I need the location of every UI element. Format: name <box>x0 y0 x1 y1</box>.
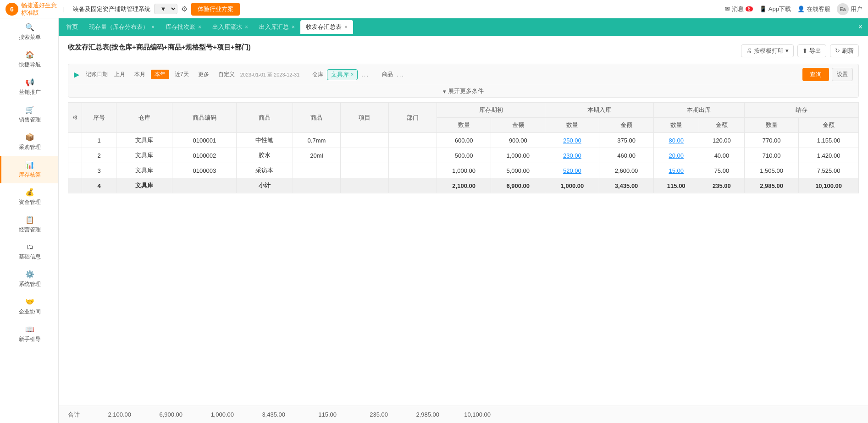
sidebar-item-system[interactable]: ⚙️ 系统管理 <box>0 265 58 293</box>
date-btn-last7[interactable]: 近7天 <box>171 70 193 79</box>
td-out-qty[interactable]: 20.00 <box>653 148 699 163</box>
td-out-amt: 40.00 <box>699 148 744 163</box>
tab-home[interactable]: 首页 <box>61 20 83 34</box>
td-department <box>389 133 437 148</box>
tab-inout-summary-label: 出入库汇总 <box>259 23 289 31</box>
goods-filter-label: 商品 <box>382 71 393 78</box>
tab-inventory-dist[interactable]: 现存量（库存分布表） × <box>83 20 160 34</box>
td-balance-amt: 1,420.00 <box>799 148 859 163</box>
td-balance-qty: 770.00 <box>745 133 799 148</box>
table-row: 1文具库0100001中性笔0.7mm600.00900.00250.00375… <box>68 133 859 148</box>
sidebar-label-system: 系统管理 <box>19 280 41 288</box>
date-btn-this-month[interactable]: 本月 <box>131 70 149 79</box>
sidebar-item-search[interactable]: 🔍 搜索菜单 <box>0 18 58 46</box>
sidebar-item-sales[interactable]: 🛒 销售管理 <box>0 101 58 128</box>
td-no: 1 <box>82 133 116 148</box>
tab-inout-flow[interactable]: 出入库流水 × <box>207 20 254 34</box>
app-download-item[interactable]: 📱 App下载 <box>759 5 791 13</box>
th-goods-spec: 商品 <box>293 103 341 133</box>
td-in-qty[interactable]: 250.00 <box>545 133 599 148</box>
sidebar-label-inventory: 库存核算 <box>19 171 41 179</box>
sidebar-item-quicknav[interactable]: 🏠 快捷导航 <box>0 46 58 73</box>
tab-close-icon[interactable]: × <box>344 24 348 30</box>
date-btn-last-month[interactable]: 上月 <box>111 70 129 79</box>
print-button[interactable]: 🖨 按模板打印 ▾ <box>741 44 794 57</box>
export-button[interactable]: ⬆ 导出 <box>797 44 826 57</box>
footer-opening-amt: 6,900.00 <box>146 411 182 418</box>
tab-bar-close-icon[interactable]: × <box>855 21 866 33</box>
sidebar-item-guide[interactable]: 📖 新手引导 <box>0 320 58 348</box>
td-out-qty[interactable]: 80.00 <box>653 133 699 148</box>
td-project <box>341 133 389 148</box>
tab-recv-send-summary[interactable]: 收发存汇总表 × <box>300 20 353 34</box>
tab-close-icon[interactable]: × <box>198 24 201 30</box>
td-warehouse: 文具库 <box>116 178 172 193</box>
sidebar-item-finance[interactable]: 💰 资金管理 <box>0 183 58 211</box>
logo-text: 畅捷通好生意 标准版 <box>21 2 57 16</box>
td-in-qty[interactable]: 230.00 <box>545 148 599 163</box>
goods-more-dots[interactable]: ... <box>397 71 404 78</box>
settings-icon[interactable]: ⚙ <box>181 5 188 13</box>
sidebar-label-purchase: 采购管理 <box>19 143 41 151</box>
sidebar-item-enterprise[interactable]: 🤝 企业协同 <box>0 293 58 320</box>
sidebar-label-finance: 资金管理 <box>19 198 41 206</box>
query-button[interactable]: 查询 <box>802 68 829 81</box>
search-icon: 🔍 <box>25 23 34 32</box>
td-in-qty[interactable]: 520.00 <box>545 163 599 178</box>
td-warehouse: 文具库 <box>116 148 172 163</box>
print-icon: 🖨 <box>746 47 752 54</box>
td-balance-amt: 1,155.00 <box>799 133 859 148</box>
tab-close-icon[interactable]: × <box>292 24 295 30</box>
date-btn-this-year[interactable]: 本年 <box>151 70 169 79</box>
online-service-item[interactable]: 👤 在线客服 <box>797 5 830 13</box>
warehouse-tag-close[interactable]: × <box>351 72 354 77</box>
td-opening-qty: 1,000.00 <box>437 163 491 178</box>
date-btn-more[interactable]: 更多 <box>194 70 213 79</box>
system-selector[interactable]: ▼ <box>154 4 177 14</box>
td-goods-spec <box>293 178 341 193</box>
sidebar-item-purchase[interactable]: 📦 采购管理 <box>0 128 58 156</box>
print-chevron: ▾ <box>785 47 789 54</box>
tab-inout-summary[interactable]: 出入库汇总 × <box>254 20 300 34</box>
sidebar-item-basicinfo[interactable]: 🗂 基础信息 <box>0 238 58 265</box>
settings-button[interactable]: 设置 <box>832 68 853 81</box>
td-out-qty[interactable]: 115.00 <box>653 178 699 193</box>
warehouse-tag[interactable]: 文具库 × <box>327 69 358 80</box>
sidebar-item-marketing[interactable]: 📢 营销推广 <box>0 73 58 101</box>
user-item[interactable]: Ea 用户 <box>837 3 862 15</box>
refresh-button[interactable]: ↻ 刷新 <box>830 44 859 57</box>
trial-button[interactable]: 体验行业方案 <box>191 3 240 16</box>
td-settings <box>68 178 82 193</box>
sidebar-item-inventory[interactable]: 📊 库存核算 <box>0 156 58 183</box>
td-out-amt: 235.00 <box>699 178 744 193</box>
tab-close-icon[interactable]: × <box>245 24 248 30</box>
warehouse-more-dots[interactable]: ... <box>361 71 369 78</box>
user-avatar: Ea <box>837 3 849 15</box>
sidebar-item-operations[interactable]: 📋 经营管理 <box>0 211 58 238</box>
sidebar-label-basicinfo: 基础信息 <box>19 253 41 261</box>
th-in-amt: 金额 <box>599 118 653 133</box>
th-settings[interactable]: ⚙ <box>68 103 82 133</box>
td-in-qty[interactable]: 1,000.00 <box>545 178 599 193</box>
header-right: ✉ 消息 6 📱 App下载 👤 在线客服 Ea 用户 <box>725 3 862 15</box>
footer-out-amt: 235.00 <box>351 411 388 418</box>
date-range: 2023-01-01 至 2023-12-31 <box>240 71 300 78</box>
th-group-balance: 结存 <box>745 103 859 118</box>
messages-item[interactable]: ✉ 消息 6 <box>725 5 753 13</box>
td-goods-spec <box>293 163 341 178</box>
system-icon: ⚙️ <box>25 270 34 279</box>
td-out-qty[interactable]: 15.00 <box>653 163 699 178</box>
date-btn-custom[interactable]: 自定义 <box>215 70 238 79</box>
page-footer: 合计 2,100.00 6,900.00 1,000.00 3,435.00 1… <box>59 406 868 423</box>
expand-conditions-button[interactable]: ▾ 展开更多条件 <box>443 87 484 95</box>
footer-balance-qty: 2,985.00 <box>403 411 439 418</box>
tab-inout-flow-label: 出入库流水 <box>212 23 242 31</box>
header-actions: 🖨 按模板打印 ▾ ⬆ 导出 ↻ 刷新 <box>741 44 859 57</box>
filter-toggle-icon[interactable]: ▶ <box>74 70 79 79</box>
tab-batch-ledger[interactable]: 库存批次账 × <box>160 20 207 34</box>
td-department <box>389 163 437 178</box>
data-table: ⚙ 序号 仓库 商品编码 商品 商品 项目 部门 库存期初 本期入库 <box>68 102 859 193</box>
td-opening-amt: 1,000.00 <box>491 148 545 163</box>
tab-close-icon[interactable]: × <box>151 24 155 30</box>
home-icon: 🏠 <box>25 50 34 59</box>
